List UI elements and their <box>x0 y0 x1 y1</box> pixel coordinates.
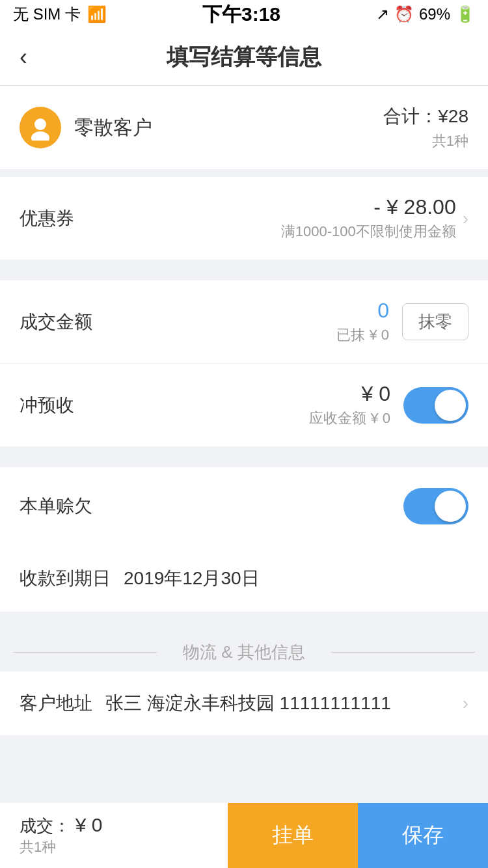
deal-amount-sub: 已抹 ¥ 0 <box>336 325 389 345</box>
debt-section: 本单赊欠 收款到期日 2019年12月30日 <box>0 467 488 612</box>
pre-receive-value: ¥ 0 <box>309 382 390 406</box>
logistics-line-right <box>331 652 475 653</box>
customer-left: 零散客户 <box>20 107 152 148</box>
bottom-bar: 成交： ¥ 0 共1种 挂单 保存 <box>0 803 488 868</box>
due-date-label: 收款到期日 <box>20 566 111 591</box>
deal-amount-block: 0 已抹 ¥ 0 <box>336 299 389 345</box>
customer-count: 共1种 <box>383 131 468 151</box>
battery-icon: 🔋 <box>455 5 475 23</box>
page-title: 填写结算等信息 <box>167 42 321 72</box>
debt-row: 本单赊欠 <box>0 467 488 545</box>
location-icon: ↗ <box>376 5 389 23</box>
svg-point-1 <box>31 131 49 141</box>
alarm-icon: ⏰ <box>394 5 414 23</box>
toggle-knob <box>435 390 466 421</box>
wifi-icon: 📶 <box>87 5 107 23</box>
logistics-separator: 物流 & 其他信息 <box>0 632 488 671</box>
logistics-line-left <box>13 652 157 653</box>
status-bar: 无 SIM 卡 📶 下午3:18 ↗ ⏰ 69% 🔋 <box>0 0 488 29</box>
pre-receive-block: ¥ 0 应收金额 ¥ 0 <box>309 382 390 428</box>
back-button[interactable]: ‹ <box>20 44 27 71</box>
customer-avatar <box>20 107 61 148</box>
bottom-info: 成交： ¥ 0 共1种 <box>0 814 228 857</box>
deal-amount-label: 成交金额 <box>20 310 92 334</box>
pre-receive-toggle[interactable] <box>403 387 468 424</box>
pre-receive-right: ¥ 0 应收金额 ¥ 0 <box>309 382 468 428</box>
address-chevron: › <box>463 693 468 714</box>
bottom-deal-label: 成交： <box>20 816 70 835</box>
coupon-label: 优惠券 <box>20 206 74 231</box>
debt-toggle-knob <box>435 491 466 522</box>
coupon-section[interactable]: 优惠券 - ¥ 28.00 满1000-100不限制使用金额 › <box>0 177 488 260</box>
pre-receive-label: 冲预收 <box>20 393 74 418</box>
bottom-count: 共1种 <box>20 837 208 857</box>
due-date-row: 收款到期日 2019年12月30日 <box>0 545 488 612</box>
status-right: ↗ ⏰ 69% 🔋 <box>376 5 475 23</box>
customer-right: 合计：¥28 共1种 <box>383 104 468 151</box>
coupon-right: - ¥ 28.00 满1000-100不限制使用金额 › <box>281 195 468 241</box>
separator-3 <box>0 619 488 632</box>
coupon-description: 满1000-100不限制使用金额 <box>281 222 456 241</box>
bottom-deal-row: 成交： ¥ 0 <box>20 814 208 837</box>
debt-label: 本单赊欠 <box>20 494 92 519</box>
battery-text: 69% <box>419 5 450 23</box>
separator-1 <box>0 267 488 280</box>
deal-section: 成交金额 0 已抹 ¥ 0 抹零 冲预收 ¥ 0 应收金额 ¥ 0 <box>0 280 488 446</box>
round-zero-button[interactable]: 抹零 <box>402 303 468 340</box>
pre-receive-row: 冲预收 ¥ 0 应收金额 ¥ 0 <box>0 364 488 446</box>
nav-bar: ‹ 填写结算等信息 <box>0 29 488 86</box>
address-row[interactable]: 客户地址 张三 海淀永丰科技园 11111111111 › <box>0 671 488 735</box>
debt-toggle[interactable] <box>403 488 468 524</box>
customer-section: 零散客户 合计：¥28 共1种 <box>0 86 488 169</box>
deal-amount-value: 0 <box>336 299 389 323</box>
hold-button[interactable]: 挂单 <box>228 803 358 868</box>
bottom-buttons: 挂单 保存 <box>228 803 488 868</box>
save-button[interactable]: 保存 <box>358 803 488 868</box>
svg-point-0 <box>34 118 46 130</box>
customer-name: 零散客户 <box>74 115 152 141</box>
address-chevron-icon: › <box>463 693 468 714</box>
carrier-text: 无 SIM 卡 <box>13 4 81 25</box>
bottom-deal-amount: ¥ 0 <box>75 814 103 835</box>
status-left: 无 SIM 卡 📶 <box>13 4 107 25</box>
coupon-value-block: - ¥ 28.00 满1000-100不限制使用金额 <box>281 195 456 241</box>
deal-amount-row: 成交金额 0 已抹 ¥ 0 抹零 <box>0 280 488 364</box>
status-time: 下午3:18 <box>202 1 280 28</box>
content-area: 零散客户 合计：¥28 共1种 优惠券 - ¥ 28.00 满1000-100不… <box>0 86 488 868</box>
address-label: 客户地址 <box>20 691 92 716</box>
deal-amount-right: 0 已抹 ¥ 0 抹零 <box>336 299 468 345</box>
separator-2 <box>0 454 488 467</box>
customer-total: 合计：¥28 <box>383 104 468 129</box>
address-value: 张三 海淀永丰科技园 11111111111 <box>105 691 463 716</box>
coupon-amount: - ¥ 28.00 <box>281 195 456 219</box>
logistics-label: 物流 & 其他信息 <box>183 641 305 664</box>
chevron-right-icon: › <box>463 208 468 229</box>
avatar-icon <box>27 115 53 141</box>
due-date-value: 2019年12月30日 <box>124 566 260 591</box>
pre-receive-sub: 应收金额 ¥ 0 <box>309 409 390 428</box>
